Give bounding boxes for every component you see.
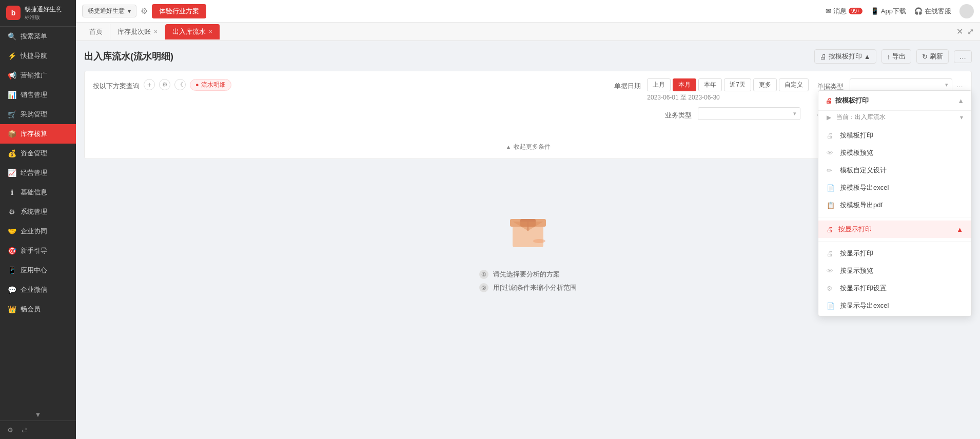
biz-select[interactable]: [698, 107, 800, 120]
empty-step-2: ② 用[过滤]条件来缩小分析范围: [479, 281, 577, 294]
sidebar-item-cooperation[interactable]: 🤝 企业协同: [0, 222, 76, 241]
collapse-label: 收起更多条件: [514, 143, 551, 151]
sidebar-item-sales[interactable]: 📊 销售管理: [0, 85, 76, 105]
active-filter-tag[interactable]: ● 流水明细: [190, 79, 231, 91]
dropdown-item-按模板打印[interactable]: 🖨 按模板打印: [818, 127, 971, 144]
printer-header-icon: 🖨: [826, 97, 832, 105]
dropdown-item-按模板导出excel[interactable]: 📄 按模板导出excel: [818, 179, 971, 196]
sidebar-item-member[interactable]: 👑 畅会员: [0, 300, 76, 319]
item-icon: 📄: [827, 184, 835, 192]
user-avatar[interactable]: [959, 4, 974, 18]
sidebar-settings-icon[interactable]: ⚙: [7, 426, 13, 434]
sidebar-logo[interactable]: b 畅捷通好生意 标准版: [0, 0, 76, 27]
sidebar-item-shortcut[interactable]: ⚡ 快捷导航: [0, 46, 76, 66]
dropdown-item-按显示导出excel[interactable]: 📄 按显示导出excel: [818, 297, 971, 314]
main-area: 畅捷通好生意 ▾ ⚙ 体验行业方案 ✉ 消息 99+ 📱 App下载 🎧 在线客…: [76, 0, 980, 439]
section2-chevron: ▲: [956, 226, 963, 233]
item-icon: 🖨: [827, 250, 835, 257]
dropdown-item-按显示预览[interactable]: 👁 按显示预览: [818, 262, 971, 280]
message-item[interactable]: ✉ 消息 99+: [826, 7, 863, 16]
item-label: 按模板导出excel: [840, 183, 889, 192]
dropdown-section-1: 🖨 按模板打印 👁 按模板预览 ✏ 模板自定义设计 📄 按模板导出excel 📋…: [818, 124, 971, 217]
tab-bar-close-button[interactable]: ✕: [956, 27, 963, 36]
tab-bar-maximize-button[interactable]: ⤢: [967, 27, 974, 36]
sidebar-item-wechat[interactable]: 💬 企业微信: [0, 280, 76, 300]
company-selector[interactable]: 畅捷通好生意 ▾: [82, 5, 136, 17]
tab-1[interactable]: 库存批次账×: [110, 24, 165, 39]
template-print-button[interactable]: 🖨 按模板打印 ▲: [814, 49, 876, 64]
dropdown-title-row: 🖨 按模板打印: [826, 96, 869, 105]
sidebar-item-inventory[interactable]: 📦 库存核算: [0, 124, 76, 144]
sidebar-item-search[interactable]: 🔍 搜索菜单: [0, 27, 76, 46]
collapse-scheme-button[interactable]: 《: [174, 79, 186, 90]
sidebar-item-guide[interactable]: 🎯 新手引导: [0, 241, 76, 261]
sidebar-item-marketing[interactable]: 📢 营销推广: [0, 66, 76, 85]
tab-2[interactable]: 出入库流水×: [165, 24, 220, 39]
type-more-icon[interactable]: …: [956, 81, 963, 89]
sidebar-item-purchase[interactable]: 🛒 采购管理: [0, 105, 76, 124]
settings-scheme-button[interactable]: ⚙: [159, 79, 170, 90]
sidebar-label-sales: 销售管理: [21, 90, 47, 99]
sidebar-item-basic[interactable]: ℹ 基础信息: [0, 183, 76, 202]
date-btn-近7天[interactable]: 近7天: [724, 78, 751, 91]
logo-icon: b: [6, 6, 21, 20]
sidebar-item-operation[interactable]: 📈 经营管理: [0, 163, 76, 183]
sidebar-item-app[interactable]: 📱 应用中心: [0, 261, 76, 280]
dropdown-item-按显示打印设置[interactable]: ⚙ 按显示打印设置: [818, 280, 971, 297]
type-select[interactable]: [850, 78, 952, 91]
date-filter-group: 单据日期 上月本月本年近7天更多自定义 2023-06-01 至 2023-06…: [614, 78, 809, 102]
content-area: 出入库流水(流水明细) 🖨 按模板打印 ▲ ↑ 导出 ↻ 刷新 …: [76, 41, 980, 439]
sidebar-icon-cooperation: 🤝: [7, 227, 16, 235]
date-btn-自定义[interactable]: 自定义: [779, 78, 809, 91]
headset-icon: 🎧: [914, 7, 923, 15]
date-btn-本年[interactable]: 本年: [698, 78, 722, 91]
sidebar-icon-system: ⚙: [7, 208, 16, 216]
logo-app-name: 畅捷通好生意: [25, 5, 62, 14]
filter-left: 按以下方案查询 + ⚙ 《 ● 流水明细: [93, 78, 606, 91]
item-label: 按显示打印: [840, 249, 873, 258]
date-btn-上月[interactable]: 上月: [647, 78, 671, 91]
dropdown-item-模板自定义设计[interactable]: ✏ 模板自定义设计: [818, 162, 971, 179]
printer-icon: 🖨: [820, 53, 827, 61]
sidebar-label-search: 搜索菜单: [21, 32, 47, 41]
sidebar-icon-inventory: 📦: [7, 130, 16, 138]
export-icon: ↑: [887, 53, 891, 61]
template-print-dropdown: 🖨 按模板打印 ▲ ▶ 当前：出入库流水 ▾ 🖨 按模板打印 👁 按模板预览 ✏…: [818, 90, 972, 316]
dropdown-collapse-icon[interactable]: ▲: [957, 97, 964, 105]
dropdown-header: 🖨 按模板打印 ▲: [818, 91, 971, 111]
app-download-item[interactable]: 📱 App下载: [871, 7, 906, 16]
current-route-text: 当前：出入库流水: [836, 113, 886, 122]
online-service-item[interactable]: 🎧 在线客服: [914, 7, 951, 16]
dropdown-display-print-header[interactable]: 🖨 按显示打印 ▲: [818, 221, 971, 238]
date-btn-更多[interactable]: 更多: [753, 78, 777, 91]
dropdown-item-按模板预览[interactable]: 👁 按模板预览: [818, 144, 971, 162]
sidebar-icon-basic: ℹ: [7, 188, 16, 196]
collapse-button[interactable]: ▲ 收起更多条件: [505, 143, 551, 151]
sidebar-scroll-down[interactable]: ▼: [0, 409, 76, 421]
sidebar-item-finance[interactable]: 💰 资金管理: [0, 144, 76, 163]
sidebar-label-operation: 经营管理: [21, 168, 47, 177]
sidebar-item-system[interactable]: ⚙ 系统管理: [0, 202, 76, 222]
date-btn-本月[interactable]: 本月: [673, 78, 696, 91]
tab-close-2[interactable]: ×: [209, 28, 212, 35]
message-label: 消息: [833, 7, 847, 16]
dropdown-item-按模板导出pdf[interactable]: 📋 按模板导出pdf: [818, 196, 971, 214]
item-icon: ⚙: [827, 285, 835, 292]
refresh-button[interactable]: ↻ 刷新: [916, 49, 949, 64]
tab-0[interactable]: 首页: [82, 24, 110, 39]
add-scheme-button[interactable]: +: [144, 79, 155, 90]
topbar-settings-icon[interactable]: ⚙: [141, 6, 148, 16]
dropdown-item-按显示导出pdf[interactable]: 📋 按显示导出pdf: [818, 314, 971, 316]
export-button[interactable]: ↑ 导出: [881, 49, 912, 64]
industry-solution-button[interactable]: 体验行业方案: [152, 4, 206, 18]
company-dropdown-icon: ▾: [128, 8, 131, 15]
item-label: 按显示预览: [840, 266, 873, 275]
dropdown-item-按显示打印[interactable]: 🖨 按显示打印: [818, 245, 971, 262]
sidebar-collapse-icon[interactable]: ⇄: [22, 426, 27, 434]
more-actions-button[interactable]: …: [954, 50, 972, 63]
tab-close-1[interactable]: ×: [154, 28, 158, 35]
dropdown-section-3: 🖨 按显示打印 👁 按显示预览 ⚙ 按显示打印设置 📄 按显示导出excel 📋…: [818, 242, 971, 316]
dropdown-current-label: ▶ 当前：出入库流水 ▾: [818, 111, 971, 124]
refresh-icon: ↻: [922, 53, 928, 61]
empty-illustration: [502, 206, 554, 257]
